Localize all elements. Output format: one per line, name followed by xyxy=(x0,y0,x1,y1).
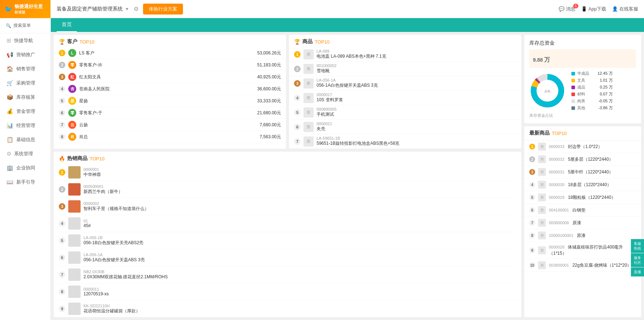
hot-product-row[interactable]: 6 LA-056-1A 056-1A白色按键开关盖ABS 3壳 xyxy=(59,249,516,266)
sidebar-item-quick-nav[interactable]: ⊞ 快捷导航 xyxy=(1,34,49,48)
latest-rank-num: 1 xyxy=(529,144,535,149)
float-btn-live[interactable]: 直播 xyxy=(631,267,644,276)
tab-home[interactable]: 首页 xyxy=(57,18,77,32)
product-rank-row[interactable]: 3 图 LA-056-1A 056-1A白色按键开关盖ABS 3克 xyxy=(289,76,521,91)
customer-name: 星扬 xyxy=(79,98,254,104)
latest-product-row[interactable]: 1 图 0000033 封边带（1.0*22） xyxy=(524,140,641,153)
product-info: 0000017 10S 变料罗浆 xyxy=(317,93,516,103)
sidebar-item-purchase[interactable]: 🛒 采购管理 xyxy=(1,76,49,90)
hot-product-name: 新西兰牛肉（新牛） xyxy=(83,189,516,195)
hot-product-row[interactable]: 3 0000002 智利车子里（规格不知道填什么） xyxy=(59,198,516,215)
sidebar-item-sales[interactable]: 🏠 销售管理 xyxy=(1,62,49,76)
sidebar-item-guide[interactable]: 📖 新手引导 xyxy=(1,175,49,189)
latest-product-row[interactable]: 3 图 0000031 5厘中纤（1220*2440） xyxy=(524,166,641,179)
float-btn-support[interactable]: 客服热线 xyxy=(631,239,644,253)
sidebar-item-sys-mgmt[interactable]: ⚙ 系统管理 xyxy=(1,147,49,161)
product-rank-row[interactable]: 2 图 001000002 雪地靴 xyxy=(289,62,521,76)
sidebar-item-base-info[interactable]: 📋 基础信息 xyxy=(1,133,49,147)
hot-product-row[interactable]: 2 000500001 新西兰牛肉（新牛） xyxy=(59,181,516,198)
sidebar-item-operations[interactable]: 📊 经营管理 xyxy=(1,119,49,132)
legend-dot xyxy=(571,99,575,103)
hot-product-row[interactable]: 1 0000001 中华神蓉 xyxy=(59,164,516,181)
customer-rank-row[interactable]: 8 肖 肖总 7,563.00元 xyxy=(54,131,286,143)
hot-product-row[interactable]: 4 01 45# xyxy=(59,215,516,232)
hot-product-row[interactable]: 7 NB2.0X30B 2.0X30MM双搓花轴.搓花直径2.1MM/ROHS xyxy=(59,266,516,283)
hot-product-row[interactable]: 9 KK-SD22110H 花语萌恒温分罐罐袋（厚款） xyxy=(59,300,516,317)
latest-product-row[interactable]: 2 图 0000032 5厘多层（1220*2440） xyxy=(524,153,641,166)
prod-rank-num: 7 xyxy=(294,138,301,145)
customer-rank-row[interactable]: 5 星 星扬 33,333.00元 xyxy=(54,95,286,107)
hot-rank-num: 9 xyxy=(59,305,65,312)
latest-product-row[interactable]: 10 图 003800001 22g鱼豆腐-烧烤味（1*12*20） xyxy=(524,259,641,272)
customer-rank-row[interactable]: 2 零 零售客户-许 51,183.00元 xyxy=(54,59,286,71)
latest-rank-num: 8 xyxy=(529,233,535,238)
top-rankings-row: 🏆 客户 TOP10 1 L LS 客户 53,006.26元 2 零 零售客户… xyxy=(54,35,521,149)
prod-rank-num: 4 xyxy=(294,95,301,101)
product-rank-row[interactable]: 6 图 0000021 夹壳 xyxy=(289,120,521,134)
latest-product-row[interactable]: 4 图 0000030 18多层（1220*2440） xyxy=(524,179,641,191)
legend-item: 成品 0.25 万 xyxy=(571,85,613,90)
hot-rank-num: 1 xyxy=(59,169,65,176)
hot-product-image xyxy=(68,200,81,213)
hot-product-name: 中华神蓉 xyxy=(83,172,516,178)
product-rank-row[interactable]: 4 图 0000017 10S 变料罗浆 xyxy=(289,91,521,105)
latest-product-image: 图 xyxy=(538,181,546,189)
notifications-item[interactable]: 💬 消息 6 xyxy=(559,6,575,12)
latest-product-row[interactable]: 9 图 0000028 体城嘉枝味苏打饮品400毫升（1*15） xyxy=(524,242,641,259)
latest-product-info: 003800001 22g鱼豆腐-烧烤味（1*12*20） xyxy=(549,262,636,268)
customer-rank-row[interactable]: 1 L LS 客户 53,006.26元 xyxy=(54,47,286,59)
customer-top10-badge: TOP10 xyxy=(80,39,94,45)
latest-product-row[interactable]: 7 图 000800008 原漆 xyxy=(524,217,641,229)
sidebar-item-finance[interactable]: 💰 资金管理 xyxy=(1,104,49,118)
product-ranking-list: 1 图 LA-089 电池盖 LA-089 ABS本色+黑种 7.1克 2 图 … xyxy=(289,47,521,149)
product-image: 图 xyxy=(303,122,314,132)
system-dropdown-icon[interactable]: ▼ xyxy=(125,7,129,12)
hot-product-row[interactable]: 5 LA-056-1B 056-1B白色按键开关壳ABS2壳 xyxy=(59,232,516,249)
customer-amount: 51,183.00元 xyxy=(257,62,281,68)
sidebar-nav: ⊞ 快捷导航 📢 营销推广 🏠 销售管理 🛒 采购管理 📦 库存核算 💰 资金管… xyxy=(0,33,50,320)
latest-product-row[interactable]: 5 图 0000029 18颗粒板（1220*2440） xyxy=(524,191,641,204)
latest-rank-num: 4 xyxy=(529,182,535,188)
latest-rank-num: 3 xyxy=(529,169,535,175)
sidebar-item-enterprise[interactable]: 🏢 企业协同 xyxy=(1,161,49,175)
product-rank-row[interactable]: 5 图 000800005 手机测试 xyxy=(289,105,521,120)
app-download-item[interactable]: 📱 App下载 xyxy=(581,6,606,12)
customer-rank-row[interactable]: 6 零 零售客户-于 21,680.00元 xyxy=(54,107,286,119)
settings-icon[interactable]: ⚙ xyxy=(134,5,139,12)
product-code: LA-089 xyxy=(317,49,516,53)
product-name: 59651-1B旋转投影灯电池盒ABS黑色+58克 xyxy=(317,140,516,147)
trial-button[interactable]: 体验行业方案 xyxy=(143,4,183,15)
product-rank-row[interactable]: 7 图 LA-59651-1B 59651-1B旋转投影灯电池盒ABS黑色+58… xyxy=(289,134,521,149)
search-menu-button[interactable]: 🔍 搜索菜单 xyxy=(4,21,47,30)
avatar: 星 xyxy=(68,97,76,105)
rank-number: 6 xyxy=(59,110,65,116)
latest-product-code: 0000032 xyxy=(549,157,564,161)
latest-product-name: 原漆 xyxy=(577,233,586,238)
phone-icon: 📱 xyxy=(581,6,587,12)
customer-rank-row[interactable]: 7 云 云扬 7,680.00元 xyxy=(54,119,286,131)
latest-product-row[interactable]: 6 图 004100001 白钢垫 xyxy=(524,204,641,217)
sidebar-item-inventory[interactable]: 📦 库存核算 xyxy=(1,90,49,104)
latest-product-info: 0000031 5厘中纤（1220*2440） xyxy=(549,169,636,175)
avatar: 零 xyxy=(68,61,76,69)
content-area: 首页 🏆 客户 TOP10 1 L LS 客户 53,006.26元 xyxy=(51,18,644,320)
online-support-item[interactable]: 👤 在线客服 xyxy=(612,6,638,12)
sidebar: 🐦 畅捷通好生意 标准版 🔍 搜索菜单 ⊞ 快捷导航 📢 营销推广 🏠 销售管理… xyxy=(0,0,51,320)
product-rank-row[interactable]: 1 图 LA-089 电池盖 LA-089 ABS本色+黑种 7.1克 xyxy=(289,47,521,62)
latest-product-row[interactable]: 8 图 10000100001 原漆 xyxy=(524,229,641,242)
hot-product-row[interactable]: 8 0000011 12070519-xs xyxy=(59,283,516,300)
latest-product-code: 004100001 xyxy=(549,208,569,212)
legend-name: 成品 xyxy=(577,85,595,90)
hot-rank-num: 3 xyxy=(59,203,65,210)
customer-rank-row[interactable]: 3 红 红太阳文具 40,925.00元 xyxy=(54,71,286,83)
hot-product-name: 花语萌恒温分罐罐袋（厚款） xyxy=(83,308,516,314)
float-btn-community[interactable]: 服务社区 xyxy=(631,253,644,267)
customer-rank-row[interactable]: 4 杏 苍南县人民医院 36,600.00元 xyxy=(54,83,286,95)
product-info: 001000002 雪地靴 xyxy=(317,63,516,74)
sidebar-item-marketing[interactable]: 📢 营销推广 xyxy=(1,48,49,62)
avatar: L xyxy=(68,49,76,57)
latest-rank-num: 10 xyxy=(529,262,535,268)
nav-icon-finance: 💰 xyxy=(7,108,13,115)
prod-rank-num: 5 xyxy=(294,109,301,116)
svg-text:占比: 占比 xyxy=(545,90,550,93)
